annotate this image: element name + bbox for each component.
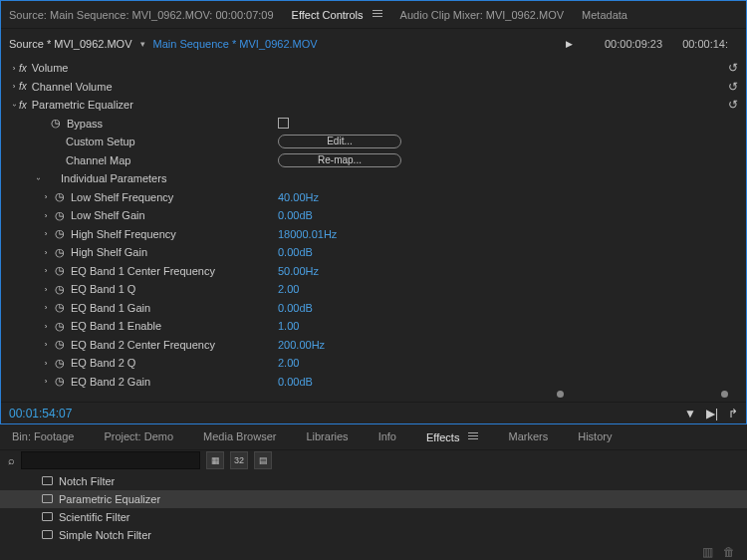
panel-menu-icon[interactable] (373, 8, 382, 19)
chevron-down-icon[interactable]: › (10, 100, 19, 110)
fx-icon[interactable]: fx (19, 63, 27, 74)
chevron-right-icon[interactable]: › (41, 377, 51, 386)
param-value[interactable]: 1.00 (278, 320, 299, 332)
param-value[interactable]: 2.00 (278, 357, 299, 369)
timecode-display[interactable]: 00:01:54:07 (9, 407, 72, 420)
reset-icon[interactable]: ↺ (728, 61, 738, 75)
tab-source[interactable]: Source: Main Sequence: MVI_0962.MOV: 00:… (9, 9, 274, 21)
tab-project[interactable]: Project: Demo (104, 430, 173, 442)
effect-list-item[interactable]: Notch Filter (0, 472, 747, 490)
remap-button[interactable]: Re-map... (278, 153, 401, 167)
effect-list-item[interactable]: Simple Notch Filter (0, 526, 747, 544)
new-bin-icon[interactable]: ▥ (702, 545, 713, 559)
tab-effects[interactable]: Effects (426, 430, 479, 443)
chevron-right-icon[interactable]: › (9, 64, 19, 73)
chevron-right-icon[interactable]: › (9, 82, 19, 91)
fx-icon[interactable]: fx (19, 81, 27, 92)
group-individual-params[interactable]: › Individual Parameters (1, 169, 746, 188)
param-row[interactable]: ›◷EQ Band 1 Q2.00 (1, 280, 746, 299)
tab-history[interactable]: History (578, 430, 612, 442)
effect-volume[interactable]: › fx Volume ↺ (1, 59, 746, 78)
chevron-right-icon[interactable]: › (41, 211, 51, 220)
stopwatch-icon[interactable]: ◷ (51, 117, 61, 130)
bypass-checkbox[interactable] (278, 118, 289, 129)
param-row[interactable]: ›◷EQ Band 2 Center Frequency200.00Hz (1, 336, 746, 355)
param-row[interactable]: ›◷EQ Band 2 Gain0.00dB (1, 373, 746, 389)
param-value[interactable]: 200.00Hz (278, 339, 325, 351)
stopwatch-icon[interactable]: ◷ (55, 209, 65, 222)
param-value[interactable]: 0.00dB (278, 376, 313, 388)
param-row[interactable]: ›◷High Shelf Gain0.00dB (1, 243, 746, 262)
preset-badge-1[interactable]: ▦ (206, 451, 224, 469)
filter-icon[interactable]: ▼ (684, 407, 696, 420)
reset-icon[interactable]: ↺ (728, 98, 738, 112)
stopwatch-icon[interactable]: ◷ (55, 301, 65, 314)
stopwatch-icon[interactable]: ◷ (55, 320, 65, 333)
chevron-right-icon[interactable]: › (41, 192, 51, 201)
param-label: EQ Band 1 Q (71, 283, 135, 295)
param-row[interactable]: ›◷EQ Band 1 Center Frequency50.00Hz (1, 262, 746, 281)
param-row[interactable]: ›◷EQ Band 2 Q2.00 (1, 354, 746, 373)
param-row[interactable]: ›◷EQ Band 1 Gain0.00dB (1, 299, 746, 318)
effect-parametric-eq[interactable]: › fx Parametric Equalizer ↺ (1, 96, 746, 115)
chevron-right-icon[interactable]: › (41, 248, 51, 257)
zoom-scrollbar[interactable] (1, 388, 746, 402)
chevron-right-icon[interactable]: › (41, 266, 51, 275)
playhead-icon[interactable]: ▶ (566, 39, 573, 49)
stopwatch-icon[interactable]: ◷ (55, 264, 65, 277)
tab-info[interactable]: Info (378, 430, 396, 442)
chevron-down-icon[interactable]: ▾ (140, 39, 145, 49)
param-value[interactable]: 40.00Hz (278, 191, 319, 203)
param-value[interactable]: 18000.01Hz (278, 228, 337, 240)
reset-icon[interactable]: ↺ (728, 80, 738, 94)
param-value[interactable]: 0.00dB (278, 246, 313, 258)
scroll-handle-right[interactable] (721, 391, 728, 398)
chevron-right-icon[interactable]: › (41, 303, 51, 312)
preset-badge-32[interactable]: 32 (230, 451, 248, 469)
chevron-right-icon[interactable]: › (41, 322, 51, 331)
stopwatch-icon[interactable]: ◷ (55, 190, 65, 203)
edit-button[interactable]: Edit... (278, 135, 401, 148)
effects-search-input[interactable] (21, 451, 200, 469)
stopwatch-icon[interactable]: ◷ (55, 357, 65, 370)
stopwatch-icon[interactable]: ◷ (55, 375, 65, 388)
delete-icon[interactable]: 🗑 (723, 545, 735, 559)
stopwatch-icon[interactable]: ◷ (55, 338, 65, 351)
param-value[interactable]: 50.00Hz (278, 265, 319, 277)
tab-audio-mixer[interactable]: Audio Clip Mixer: MVI_0962.MOV (400, 9, 564, 21)
chevron-right-icon[interactable]: › (41, 340, 51, 349)
chevron-down-icon[interactable]: › (34, 173, 43, 183)
param-value[interactable]: 2.00 (278, 283, 299, 295)
chevron-right-icon[interactable]: › (41, 229, 51, 238)
stopwatch-icon[interactable]: ◷ (55, 283, 65, 296)
chevron-right-icon[interactable]: › (41, 359, 51, 368)
param-row[interactable]: ›◷Low Shelf Frequency40.00Hz (1, 188, 746, 207)
effect-list-item[interactable]: Parametric Equalizer (0, 490, 747, 508)
param-value[interactable]: 0.00dB (278, 209, 313, 221)
panel-menu-icon[interactable] (468, 430, 478, 441)
param-value[interactable]: 0.00dB (278, 302, 313, 314)
fx-icon[interactable]: fx (19, 100, 27, 111)
param-bypass[interactable]: ◷ Bypass (1, 115, 746, 134)
tab-bin[interactable]: Bin: Footage (12, 430, 74, 442)
preset-badge-yuv[interactable]: ▤ (254, 451, 272, 469)
chevron-right-icon[interactable]: › (41, 285, 51, 294)
tab-libraries[interactable]: Libraries (306, 430, 348, 442)
export-frame-icon[interactable]: ↱ (728, 407, 738, 420)
stopwatch-icon[interactable]: ◷ (55, 246, 65, 259)
param-row[interactable]: ›◷EQ Band 1 Enable1.00 (1, 317, 746, 336)
tab-effect-controls[interactable]: Effect Controls (292, 8, 382, 21)
effect-list-item[interactable]: Scientific Filter (0, 508, 747, 526)
stopwatch-icon[interactable]: ◷ (55, 227, 65, 240)
scroll-handle-left[interactable] (557, 391, 564, 398)
effect-channel-volume[interactable]: › fx Channel Volume ↺ (1, 78, 746, 97)
param-row[interactable]: ›◷Low Shelf Gain0.00dB (1, 206, 746, 225)
tab-media-browser[interactable]: Media Browser (203, 430, 276, 442)
param-label: Custom Setup (66, 136, 135, 147)
play-only-icon[interactable]: ▶| (706, 407, 718, 420)
param-row[interactable]: ›◷High Shelf Frequency18000.01Hz (1, 225, 746, 244)
sequence-clip-label[interactable]: Main Sequence * MVI_0962.MOV (153, 38, 318, 50)
source-clip-label[interactable]: Source * MVI_0962.MOV (9, 38, 132, 50)
tab-metadata[interactable]: Metadata (582, 9, 627, 21)
tab-markers[interactable]: Markers (508, 430, 548, 442)
